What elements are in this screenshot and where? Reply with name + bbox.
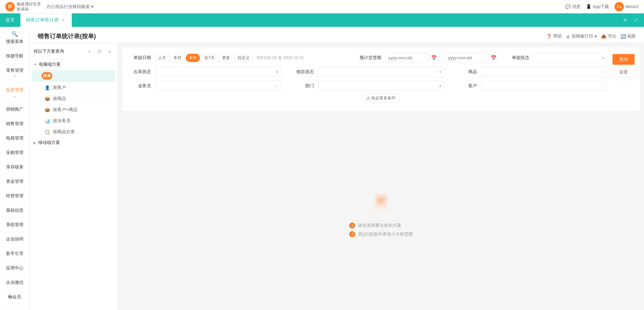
scheme-by-category[interactable]: 📋 按商品分类	[32, 126, 115, 137]
sidebar-item-system[interactable]: 系统管理	[0, 218, 29, 232]
export-icon: 📤	[601, 34, 606, 39]
print-icon: 🖨	[566, 34, 570, 39]
collect-status-select[interactable]: ▾	[318, 67, 444, 77]
cust-prod-icon: 📦	[44, 107, 50, 113]
logo-text: 畅捷通好生意 标准版	[17, 2, 41, 11]
edit-scheme-button[interactable]: ⊙	[96, 47, 104, 55]
sidebar-item-finance[interactable]: 资金管理	[0, 174, 29, 189]
sidebar-item-apps[interactable]: 应用中心	[0, 261, 29, 275]
refresh-button[interactable]: 🔄 刷新	[621, 33, 636, 39]
sidebar-item-search[interactable]: 🔍 搜索菜单	[0, 27, 29, 49]
date-btn-last-month[interactable]: 上月	[155, 54, 169, 62]
export-button[interactable]: 📤 导出	[601, 33, 616, 39]
calendar-end-icon[interactable]: 📅	[491, 55, 496, 60]
app-selector[interactable]: 办公用品行业模拟账套 ▾	[44, 2, 96, 11]
sidebar-item-member[interactable]: 畅会员	[0, 290, 29, 304]
nav-tabs: 首页 销售订单统计表 × ✕ ⤢	[0, 13, 644, 27]
date-btn-more[interactable]: 更多	[219, 54, 233, 62]
pc-scheme-group-header[interactable]: ▼ 电脑端方案	[30, 59, 118, 69]
collect-arrow-icon: ▾	[439, 70, 441, 74]
expected-date-start-input[interactable]	[385, 53, 429, 63]
sidebar-item-sales[interactable]: 销售管理	[0, 117, 29, 131]
left-panel: 按以下方案查询 + ⊙ « ▼ 电脑端方案	[30, 43, 118, 310]
help-button[interactable]: ❓ 帮助	[546, 33, 562, 39]
collapse-button[interactable]: ⋀ 收起更多条件	[362, 94, 400, 103]
date-btn-7days[interactable]: 近7天	[201, 54, 218, 62]
template-print-button[interactable]: 🖨 按模板打印 ▾	[566, 33, 597, 39]
goods-more-icon[interactable]: ···	[601, 69, 604, 74]
salesperson-select[interactable]: ···	[155, 81, 281, 91]
date-label: 单据日期	[127, 55, 151, 61]
goods-label: 商品	[453, 69, 477, 75]
sidebar-item-ecom[interactable]: 电商管理	[0, 131, 29, 146]
dept-select[interactable]: ▾	[318, 81, 444, 91]
calendar-start-icon[interactable]: 📅	[431, 55, 437, 60]
scheme-by-product[interactable]: 📦 按商品	[32, 93, 115, 104]
sidebar-item-ops[interactable]: 经营管理	[0, 189, 29, 203]
pc-scheme-group: ▼ 电脑端方案 按单 👤 按客户 📦 按商	[30, 59, 118, 137]
message-icon: 💬	[565, 4, 571, 9]
refresh-icon: 🔄	[621, 34, 626, 39]
active-scheme-badge: 按单	[42, 72, 52, 80]
category-icon: 📋	[44, 129, 50, 135]
message-button[interactable]: 💬 消息	[565, 4, 581, 10]
date-buttons: 上月 本月 本年 近7天 更多 自定义	[155, 54, 253, 62]
filter-row-date: 单据日期 上月 本月 本年 近7天 更多 自定义	[127, 53, 607, 63]
goods-select[interactable]: ···	[481, 67, 607, 77]
collapse-row: ⋀ 收起更多条件	[127, 91, 635, 105]
window-maximize-button[interactable]: ⤢	[632, 16, 640, 24]
expected-date-end-input[interactable]	[445, 53, 489, 63]
salesperson-more-icon[interactable]: ···	[275, 84, 278, 88]
scheme-by-cust-prod[interactable]: 📦 按客户+商品	[32, 104, 115, 115]
sidebar-item-quick-nav[interactable]: 快捷导航	[0, 49, 29, 63]
settings-button[interactable]: 设置	[612, 67, 635, 78]
select-arrow-icon: ▾	[602, 56, 604, 60]
mobile-group-arrow-icon: ▶	[34, 141, 36, 145]
empty-tip-2: 2 用[过滤]条件来缩小分析范围	[349, 231, 413, 237]
query-button[interactable]: 查询	[612, 54, 635, 65]
tab-close-icon[interactable]: ×	[61, 17, 66, 23]
expected-date-label: 预计交货期	[355, 55, 381, 61]
customer-more-icon[interactable]: ···	[601, 84, 604, 88]
user-menu[interactable]: Ea demo2	[614, 2, 639, 11]
sidebar-item-purchase[interactable]: 采购管理	[0, 146, 29, 160]
page-header: 销售订单统计表(按单) ❓ 帮助 🖨 按模板打印 ▾ 📤 导出 🔄 刷新	[30, 27, 644, 43]
empty-state: 1 请先选择要分析的方案 2 用[过滤]条件来缩小分析范围	[122, 115, 640, 306]
collapse-panel-button[interactable]: «	[106, 47, 114, 55]
tab-sales-order-stats[interactable]: 销售订单统计表 ×	[20, 13, 72, 27]
collapse-icon: ⋀	[367, 96, 370, 101]
sidebar-item-wechat[interactable]: 企业微信	[0, 275, 29, 290]
sidebar: 🔍 搜索菜单 快捷导航 零售管理 ▼ 批发管理 ▲ 营销推广 销售管理 电商管理…	[0, 27, 30, 310]
sidebar-item-marketing[interactable]: 营销推广	[0, 102, 29, 117]
customer-select[interactable]: ···	[481, 81, 607, 91]
ship-arrow-icon: ▾	[276, 70, 278, 74]
sidebar-item-enterprise[interactable]: 企业协同	[0, 232, 29, 247]
date-btn-this-month[interactable]: 本月	[170, 54, 184, 62]
salesperson-icon: 📊	[44, 118, 50, 124]
window-close-button[interactable]: ✕	[621, 16, 629, 24]
sidebar-item-inventory[interactable]: 库存核算	[0, 160, 29, 174]
sidebar-item-basic[interactable]: 基础信息	[0, 203, 29, 218]
empty-tips: 1 请先选择要分析的方案 2 用[过滤]条件来缩小分析范围	[349, 222, 413, 237]
tab-home[interactable]: 首页	[0, 13, 20, 27]
customer-label: 客户	[453, 83, 477, 89]
filter-section: 单据日期 上月 本月 本年 近7天 更多 自定义	[122, 47, 640, 111]
date-btn-custom[interactable]: 自定义	[234, 54, 253, 62]
sidebar-item-retail[interactable]: 零售管理 ▼	[0, 63, 29, 83]
mobile-scheme-group-header[interactable]: ▶ 移动端方案	[30, 138, 118, 148]
sidebar-item-wholesale[interactable]: 批发管理 ▲	[0, 83, 29, 102]
scheme-by-order[interactable]: 按单	[32, 70, 115, 82]
left-panel-header: 按以下方案查询 + ⊙ «	[30, 43, 118, 58]
ship-status-select[interactable]: ▾	[155, 67, 281, 77]
top-bar-left: 好 畅捷通好生意 标准版 办公用品行业模拟账套 ▾	[5, 2, 96, 11]
date-btn-this-year[interactable]: 本年	[186, 54, 200, 62]
add-scheme-button[interactable]: +	[86, 47, 94, 55]
scheme-by-customer[interactable]: 👤 按客户	[32, 82, 115, 93]
sidebar-item-newbie[interactable]: 新手引导	[0, 247, 29, 261]
scheme-by-salesperson[interactable]: 📊 按业务员	[32, 115, 115, 126]
date-range-text: 2023-01-01 至 2023-12-31	[257, 55, 304, 61]
bill-status-select[interactable]: ▾	[533, 53, 607, 63]
app-download-button[interactable]: 📱 App下载	[586, 4, 609, 10]
collect-status-label: 收款状态	[290, 69, 314, 75]
top-bar-right: 💬 消息 📱 App下载 Ea demo2	[565, 2, 639, 11]
